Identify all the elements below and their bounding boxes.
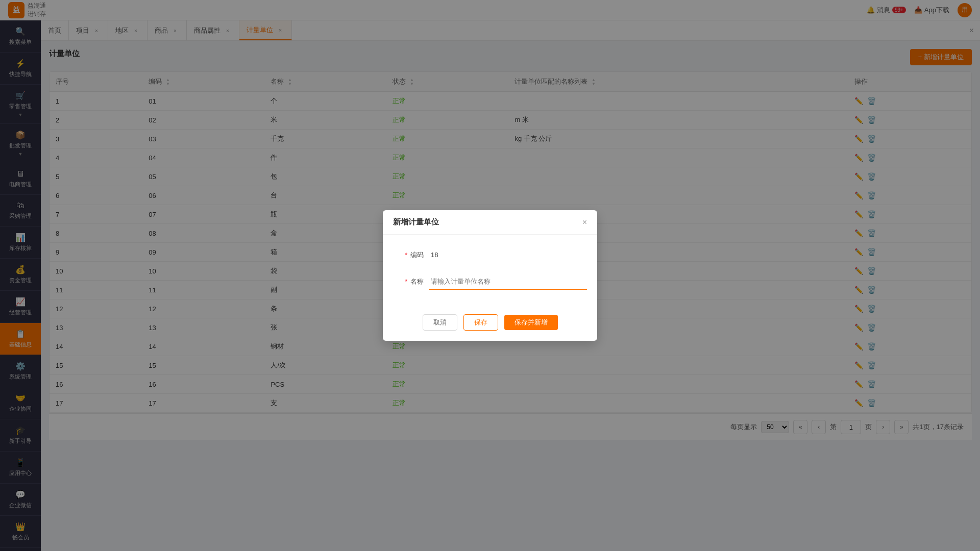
required-star-name: *: [405, 278, 407, 285]
modal-footer: 取消 保存 保存并新增: [383, 308, 597, 341]
modal-title: 新增计量单位: [393, 217, 439, 227]
save-button[interactable]: 保存: [463, 314, 498, 331]
required-star-code: *: [405, 251, 407, 259]
code-label: * 编码: [393, 251, 424, 260]
save-and-new-button[interactable]: 保存并新增: [504, 315, 558, 330]
modal-body: * 编码 * 名称: [383, 235, 597, 308]
code-form-row: * 编码: [393, 247, 587, 263]
modal-overlay[interactable]: 新增计量单位 × * 编码 * 名称 取消 保存 保存并新增: [0, 0, 980, 551]
name-label: * 名称: [393, 277, 424, 286]
modal-close-button[interactable]: ×: [582, 218, 587, 227]
add-unit-modal: 新增计量单位 × * 编码 * 名称 取消 保存 保存并新增: [383, 210, 597, 341]
code-input[interactable]: [429, 247, 587, 263]
name-input[interactable]: [429, 273, 587, 290]
name-form-row: * 名称: [393, 273, 587, 290]
modal-header: 新增计量单位 ×: [383, 210, 597, 235]
cancel-button[interactable]: 取消: [423, 314, 457, 331]
